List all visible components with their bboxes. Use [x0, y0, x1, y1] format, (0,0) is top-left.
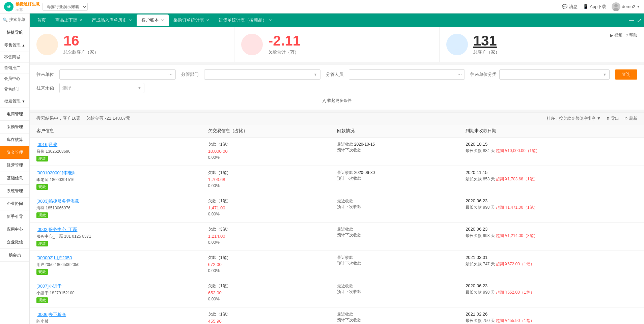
sidebar-item-stock[interactable]: 库存核算	[0, 134, 29, 146]
sidebar-item-finance[interactable]: 资金管理	[0, 146, 29, 159]
overdue-info: 最长欠款 853 天 超期 ¥1,703.68（1笔）	[466, 176, 637, 182]
filter-unit-category: 往来单位分类 ▼	[470, 69, 610, 80]
store-selector[interactable]: 母婴行业演示账套	[43, 3, 88, 11]
result-count: 搜索结果中，客户16家	[36, 115, 81, 121]
overdue-amount-link[interactable]: 超期 ¥672.00（1笔）	[496, 262, 534, 266]
tab-purchase-stat[interactable]: 采购订单统计表 ✕	[169, 14, 214, 26]
overdue-amount-link[interactable]: 超期 ¥652.00（1笔）	[496, 290, 534, 295]
sidebar-item-guide[interactable]: 新手引导	[0, 210, 29, 223]
tab-minimize-btn[interactable]: —	[629, 17, 634, 23]
svg-text:¥: ¥	[45, 40, 50, 49]
customer-name-link[interactable]: [0016]吕俊	[36, 142, 208, 148]
next-payment: 预计下次收款	[337, 232, 466, 238]
dept-select[interactable]: ▼	[204, 69, 320, 80]
customer-name-link[interactable]: [0002]服务中心_丁磊	[36, 227, 208, 233]
sidebar-search[interactable]: 🔍 搜索菜单	[0, 13, 29, 26]
tab-product-history[interactable]: 产成品入库单历史 ✕	[87, 14, 137, 26]
logo-area: 好 畅捷通好生意 示意	[4, 1, 40, 12]
message-icon: 💬	[562, 4, 567, 9]
return-info-cell: 最近收款 2020-10-15 预计下次收款	[337, 142, 466, 153]
sidebar-item-batch-mgmt[interactable]: 批发管理 ▼	[0, 95, 29, 108]
stat-overdue-amount: -2.11 欠款合计（万）	[234, 27, 439, 62]
sidebar-item-ecommerce[interactable]: 电商管理	[0, 108, 29, 121]
unit-category-select[interactable]: ▼	[499, 69, 610, 80]
debt-amount: 1,703.68	[208, 177, 337, 182]
sidebar-item-basic-info[interactable]: 基础信息	[0, 172, 29, 185]
sidebar-item-retail-store[interactable]: 零售商城	[0, 52, 29, 63]
svg-point-1	[613, 8, 619, 11]
stat-actions: ▶ 视频 ? 帮助	[610, 32, 637, 38]
tab-close-product-history[interactable]: ✕	[129, 18, 132, 23]
sidebar-item-marketing[interactable]: 营销推广	[0, 63, 29, 73]
next-payment: 预计下次收款	[337, 147, 466, 153]
user-area[interactable]: demo2 ▼	[612, 2, 640, 11]
last-payment: 最近收款 2020-10-15	[337, 142, 466, 147]
sidebar-item-operation[interactable]: 经营管理	[0, 159, 29, 172]
due-date: 2021.02.26	[466, 312, 637, 317]
overdue-amount-link[interactable]: 超期 ¥1,703.68（1笔）	[496, 177, 537, 181]
customer-info-cell: [0006]去下粮仓 陈小希 现款	[36, 312, 208, 324]
tab-product-list[interactable]: 商品上下架 ✕	[51, 14, 87, 26]
due-date-cell: 2020.06.23 最长欠款 998 天 超期 ¥1,214.00（3笔）	[466, 227, 637, 239]
filter-row-2: 往来余额 选择... ▼	[36, 83, 637, 93]
customer-tag: 现款	[36, 241, 48, 246]
person-input[interactable]: ···	[349, 69, 465, 80]
sidebar-item-retail-mgmt[interactable]: 零售管理 ▲	[0, 39, 29, 52]
balance-select[interactable]: 选择... ▼	[59, 83, 144, 93]
filter-person: 分管人员 ···	[326, 69, 465, 80]
video-link[interactable]: ▶ 视频	[610, 32, 622, 38]
refresh-btn[interactable]: ↺ 刷新	[624, 116, 637, 121]
customer-info-cell: [0003]畅捷服务尹海燕 海燕 18513066976 现款	[36, 198, 208, 218]
customer-name-link[interactable]: [0006]去下粮仓	[36, 312, 208, 318]
from-unit-input[interactable]: ···	[59, 69, 176, 80]
overdue-amount-link[interactable]: 超期 ¥1,471.00（1笔）	[496, 205, 537, 210]
sidebar-item-retail-stat[interactable]: 零售统计	[0, 84, 29, 95]
overdue-amount-link[interactable]: 超期 ¥455.90（1笔）	[496, 318, 534, 323]
due-date: 2020.11.15	[466, 170, 637, 175]
sidebar-item-purchase[interactable]: 采购管理	[0, 121, 29, 134]
app-download-link[interactable]: 📱 App下载	[583, 4, 606, 10]
customer-tag: 现款	[36, 297, 48, 303]
collapse-btn[interactable]: ⋀ 收起更多条件	[36, 96, 637, 105]
due-date: 2020.06.23	[466, 198, 637, 203]
debt-info-cell: 欠款（1笔） 10,000.00 0.00%	[208, 142, 337, 160]
tab-maximize-btn[interactable]: ⤢	[637, 17, 641, 24]
table-row: [0002]服务中心_丁磊 服务中心_丁磊 181 0125 8371 现款 欠…	[30, 223, 644, 251]
help-link[interactable]: ? 帮助	[626, 32, 637, 38]
due-date-cell: 2020.11.15 最长欠款 853 天 超期 ¥1,703.68（1笔）	[466, 170, 637, 182]
customer-name-link[interactable]: [000002]用户2050	[36, 255, 208, 261]
sidebar-item-enterprise[interactable]: 企业协同	[0, 198, 29, 210]
overdue-amount-link[interactable]: 超期 ¥1,214.00（3笔）	[496, 233, 537, 238]
overdue-info: 最长欠款 998 天 超期 ¥1,471.00（1笔）	[466, 205, 637, 210]
overdue-amount-link[interactable]: 超期 ¥10,000.00（1笔）	[496, 148, 540, 153]
customer-tag: 现款	[36, 269, 48, 275]
export-btn[interactable]: ⬆ 导出	[606, 116, 619, 121]
results-actions: 排序：按欠款金额倒序排序 ▼ ⬆ 导出 ↺ 刷新	[547, 116, 637, 121]
sort-label[interactable]: 排序：按欠款金额倒序排序 ▼	[547, 116, 601, 121]
sidebar-item-wechat[interactable]: 企业微信	[0, 236, 29, 249]
tab-close-purchase-stat[interactable]: ✕	[206, 18, 209, 23]
tab-customer-account[interactable]: 客户账本 ✕	[137, 14, 169, 26]
chevron-down-icon: ▲	[22, 43, 25, 47]
tab-stock-stat[interactable]: 进货单统计表（按商品） ✕	[214, 14, 277, 26]
query-button[interactable]: 查询	[615, 69, 637, 80]
customer-name-link[interactable]: [0001020001]李老师	[36, 170, 208, 176]
tab-home[interactable]: 首页	[32, 14, 51, 26]
debt-ratio: 0.00%	[208, 297, 337, 301]
filter-unit-category-label: 往来单位分类	[470, 71, 497, 78]
customer-sub: 小进干 18279152100	[36, 290, 208, 296]
tab-close-product-list[interactable]: ✕	[79, 18, 82, 23]
sidebar-item-quick-nav[interactable]: 快捷导航	[0, 26, 29, 39]
sidebar-item-vip[interactable]: 畅会员	[0, 249, 29, 262]
sidebar-item-member[interactable]: 会员中心	[0, 73, 29, 84]
sidebar-item-app-center[interactable]: 应用中心	[0, 223, 29, 236]
customer-name-link[interactable]: [0003]畅捷服务尹海燕	[36, 198, 208, 204]
customer-name-link[interactable]: [0007]小进干	[36, 283, 208, 289]
message-link[interactable]: 💬 消息	[562, 4, 578, 10]
sidebar-item-system[interactable]: 系统管理	[0, 185, 29, 198]
sidebar: 🔍 搜索菜单 快捷导航 零售管理 ▲ 零售商城 营销推广 会员中心 零售统计 批…	[0, 13, 30, 324]
tab-close-stock-stat[interactable]: ✕	[269, 18, 272, 23]
debt-amount: 672.00	[208, 262, 337, 267]
tab-close-customer-account[interactable]: ✕	[161, 18, 164, 23]
table-row: [0001020001]李老师 李老师 18600391516 现款 欠款（1笔…	[30, 166, 644, 194]
